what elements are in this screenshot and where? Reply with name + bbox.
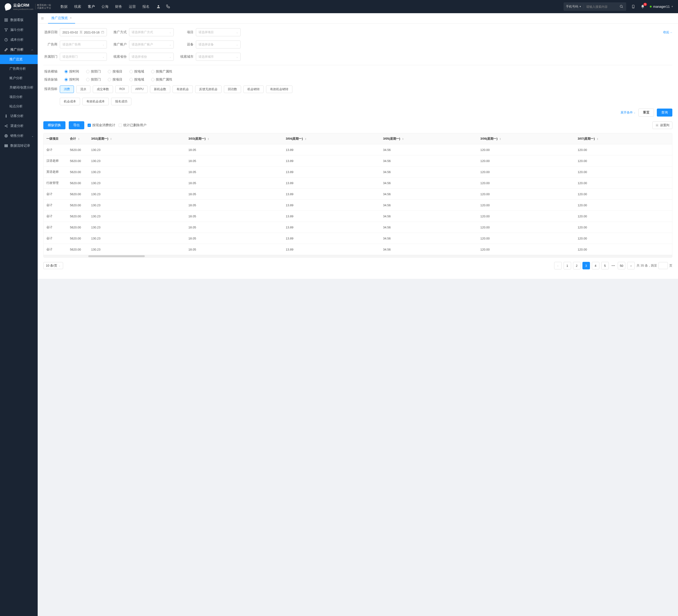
sort-icon[interactable]: ▲▼	[597, 138, 598, 140]
page-last[interactable]: 50	[618, 262, 625, 269]
metric-tag-12[interactable]: 有效机会成本	[82, 98, 109, 105]
metric-tag-9[interactable]: 机会销转	[243, 85, 264, 93]
account-select[interactable]: 请选择推广账户 ⌄	[129, 40, 174, 48]
metric-tag-5[interactable]: 新机会数	[150, 85, 170, 93]
sidebar-item-5[interactable]: 渠道分析	[0, 121, 38, 131]
page-3[interactable]: 3	[582, 262, 590, 269]
sidebar-subitem-3-1[interactable]: 广告商分析	[9, 64, 38, 73]
notifications-button[interactable]: 5	[640, 4, 645, 9]
sidebar-subitem-3-0[interactable]: 推广总览	[0, 55, 38, 64]
v-axis-radio-1[interactable]: 按部门	[86, 77, 101, 82]
th-total[interactable]: 合计 ▲▼	[67, 133, 88, 144]
sidebar-item-4[interactable]: 访客分析	[0, 111, 38, 121]
sort-icon[interactable]: ▲▼	[499, 138, 501, 140]
metric-tag-6[interactable]: 有效机会	[173, 85, 193, 93]
page-size-select[interactable]: 10 条/页 ⌄	[43, 262, 63, 269]
sidebar-item-7[interactable]: 数据流转记录	[0, 141, 38, 151]
sidebar-item-2[interactable]: 成本分析	[0, 35, 38, 45]
nav-item-3[interactable]: 公海	[102, 4, 109, 9]
metric-tag-8[interactable]: 回访数	[224, 85, 241, 93]
h-axis-radio-3[interactable]: 按地域	[129, 69, 144, 74]
nav-item-1[interactable]: 线索	[74, 4, 81, 9]
metric-tag-7[interactable]: 反馈无效机会	[195, 85, 222, 93]
nav-item-2[interactable]: 客户	[88, 4, 95, 9]
province-select[interactable]: 请选择省份 ⌄	[129, 53, 174, 61]
next-page-button[interactable]: ›	[627, 262, 635, 269]
device-select[interactable]: 请选择设备 ⌄	[196, 40, 240, 48]
sort-icon[interactable]: ▲▼	[305, 138, 306, 140]
nav-item-5[interactable]: 运营	[129, 4, 136, 9]
page-5[interactable]: 5	[601, 262, 609, 269]
sidebar-item-3[interactable]: 推广分析︿	[0, 45, 38, 55]
th-date-3[interactable]: 3/05(星期一) ▲▼	[380, 133, 478, 144]
deleted-users-checkbox[interactable]: 统计已删除用户	[119, 123, 146, 128]
dept-select[interactable]: 请选择部门 ⌄	[60, 53, 107, 61]
sort-icon[interactable]: ▲▼	[110, 138, 112, 140]
sidebar-subitem-3-2[interactable]: 账户分析	[9, 73, 38, 83]
metric-tag-10[interactable]: 有效机会销转	[266, 85, 292, 93]
v-axis-radio-0[interactable]: 按时间	[65, 77, 79, 82]
sidebar-subitem-3-3[interactable]: 关键词/创意分析	[9, 83, 38, 92]
method-select[interactable]: 请选择推广方式 ⌄	[129, 28, 174, 36]
v-axis-radio-3[interactable]: 按地域	[129, 77, 144, 82]
horizontal-scrollbar[interactable]	[44, 255, 672, 257]
metric-tag-13[interactable]: 报名成功	[111, 98, 131, 105]
query-button[interactable]: 查询	[657, 109, 672, 116]
sidebar-item-0[interactable]: 数据看版	[0, 15, 38, 25]
logo[interactable]: 云朵CRM www.yunduocrm.com 教育机构一站 式服务云平台	[5, 3, 51, 10]
advertiser-select[interactable]: 请选择广告商 ⌄	[60, 40, 107, 48]
page-4[interactable]: 4	[592, 262, 599, 269]
sidebar-item-6[interactable]: 销售分析⌄	[0, 131, 38, 141]
sort-icon[interactable]: ▲▼	[402, 138, 404, 140]
mobile-icon[interactable]	[631, 4, 636, 9]
cash-stat-checkbox[interactable]: ✓ 按现金消费统计	[87, 123, 115, 128]
search-button[interactable]	[617, 5, 626, 8]
date-range-picker[interactable]: 2021-03-02 至 2021-03-16	[60, 28, 107, 36]
sort-icon[interactable]: ▲▼	[78, 138, 80, 140]
metric-tag-2[interactable]: 成交单数	[93, 85, 113, 93]
page-1[interactable]: 1	[564, 262, 571, 269]
close-icon[interactable]: ✕	[70, 16, 72, 20]
th-date-4[interactable]: 3/06(星期一) ▲▼	[478, 133, 575, 144]
nav-item-4[interactable]: 财务	[115, 4, 122, 9]
metric-tag-4[interactable]: ARPU	[131, 85, 148, 93]
project-select[interactable]: 请选择项目 ⌄	[196, 28, 240, 36]
user-menu[interactable]: manager11 ▼	[650, 5, 673, 8]
th-date-2[interactable]: 3/04(星期一) ▲▼	[283, 133, 380, 144]
sort-icon[interactable]: ▲▼	[208, 138, 209, 140]
nav-item-0[interactable]: 数据	[61, 4, 68, 9]
sidebar-item-1[interactable]: 漏斗分析	[0, 25, 38, 35]
swap-axes-button[interactable]: 横纵切换	[43, 121, 66, 129]
search-input[interactable]	[584, 5, 617, 8]
h-axis-radio-4[interactable]: 按推广属性	[151, 69, 172, 74]
metric-tag-11[interactable]: 机会成本	[60, 98, 80, 105]
phone-icon[interactable]	[165, 4, 170, 9]
h-axis-radio-2[interactable]: 按项目	[108, 69, 122, 74]
sidebar-subitem-3-5[interactable]: 站点分析	[9, 102, 38, 111]
v-axis-radio-2[interactable]: 按项目	[108, 77, 122, 82]
h-axis-radio-1[interactable]: 按部门	[86, 69, 101, 74]
th-date-0[interactable]: 3/02(星期一) ▲▼	[88, 133, 186, 144]
sidebar-subitem-3-4[interactable]: 项目分析	[9, 92, 38, 102]
scrollbar-thumb[interactable]	[88, 255, 145, 257]
metric-tag-0[interactable]: 消费	[60, 85, 74, 93]
column-settings-button[interactable]: 设置列	[652, 121, 672, 129]
th-date-5[interactable]: 3/07(星期一) ▲▼	[575, 133, 672, 144]
page-2[interactable]: 2	[573, 262, 580, 269]
sidebar-toggle-button[interactable]	[40, 17, 44, 20]
export-button[interactable]: 导出	[69, 121, 84, 129]
v-axis-radio-4[interactable]: 按推广属性	[151, 77, 172, 82]
page-jump-input[interactable]	[658, 262, 668, 269]
h-axis-radio-0[interactable]: 按时间	[65, 69, 79, 74]
user-icon[interactable]	[156, 4, 161, 9]
metric-tag-1[interactable]: 流水	[76, 85, 90, 93]
reset-button[interactable]: 重置	[638, 109, 654, 116]
th-first[interactable]: 一级项目	[44, 133, 67, 144]
prev-page-button[interactable]: ‹	[554, 262, 562, 269]
tab-promotion-overview[interactable]: 推广总预览 ✕	[48, 13, 75, 24]
search-type-select[interactable]: 手机号码 ▼	[564, 4, 584, 9]
city-select[interactable]: 请选择城市 ⌄	[196, 53, 240, 61]
nav-item-6[interactable]: 报名	[143, 4, 149, 9]
collapse-filters-button[interactable]: 收起 ︿	[663, 30, 672, 34]
th-date-1[interactable]: 3/03(星期一) ▲▼	[186, 133, 283, 144]
